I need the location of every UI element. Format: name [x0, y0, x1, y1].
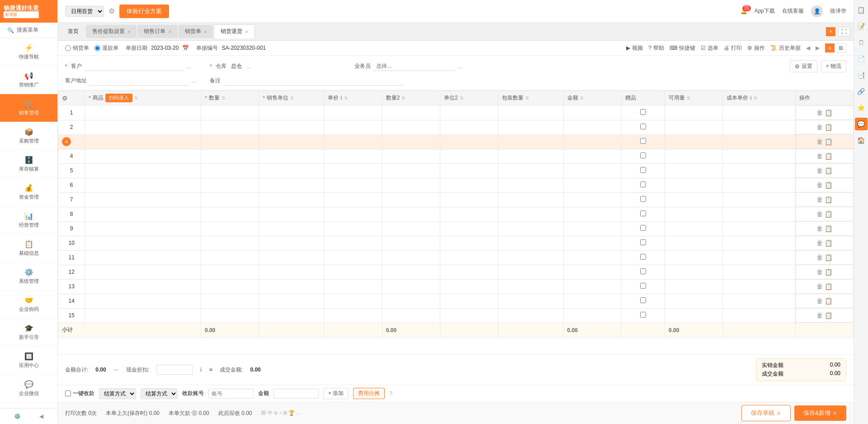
gift-cell[interactable] — [621, 236, 665, 250]
gift-cell[interactable] — [621, 120, 665, 134]
qty2-cell[interactable] — [382, 207, 440, 221]
gift-checkbox[interactable] — [640, 109, 646, 115]
sidebar-item-finance[interactable]: 💰 资金管理 — [0, 178, 57, 206]
delete-row-button[interactable]: 🗑 — [816, 166, 823, 176]
delete-row-button[interactable]: 🗑 — [816, 180, 823, 190]
sidebar-item-sales[interactable]: 🛒 销售管理 — [0, 94, 57, 122]
available-cell[interactable] — [665, 149, 723, 163]
qty-cell[interactable] — [201, 294, 259, 308]
available-cell[interactable] — [665, 279, 723, 294]
gift-checkbox[interactable] — [640, 124, 646, 129]
unit-cell[interactable] — [259, 149, 324, 163]
gift-cell[interactable] — [621, 279, 665, 294]
pkgqty-cell[interactable] — [498, 250, 563, 265]
gift-checkbox[interactable] — [640, 254, 646, 260]
sidebar-item-wechat[interactable]: 💬 企业微信 — [0, 375, 57, 403]
amount-cell[interactable] — [563, 308, 621, 323]
save-new-button[interactable]: 保存&新增 ∧ — [794, 405, 846, 421]
logistics-button[interactable]: + 物流 — [821, 60, 846, 72]
qty2-cell[interactable] — [382, 178, 440, 192]
sort-icon[interactable]: ⇅ — [344, 95, 348, 100]
cost-cell[interactable] — [723, 120, 795, 134]
sidebar-item-marketing[interactable]: 📢 营销推广 — [0, 66, 57, 94]
cost-cell[interactable] — [723, 163, 795, 178]
price-cell[interactable] — [324, 221, 382, 236]
copy-row-button[interactable]: 📋 — [825, 252, 832, 262]
copy-row-button[interactable]: 📋 — [825, 296, 832, 306]
qty2-cell[interactable] — [382, 221, 440, 236]
amount-cell[interactable] — [563, 134, 621, 149]
gift-cell[interactable] — [621, 221, 665, 236]
unit-cell[interactable] — [259, 178, 324, 192]
cost-cell[interactable] — [723, 279, 795, 294]
close-icon[interactable]: × — [204, 29, 207, 34]
close-tab-button[interactable]: × — [826, 27, 835, 36]
close-icon[interactable]: × — [127, 29, 130, 34]
gift-cell[interactable] — [621, 207, 665, 221]
rs-icon-6[interactable]: 🔗 — [855, 85, 868, 98]
experience-button[interactable]: 体验行业方案 — [119, 5, 169, 18]
radio-return-input[interactable] — [94, 45, 100, 51]
pkgqty-cell[interactable] — [498, 294, 563, 308]
delete-row-button[interactable]: 🗑 — [816, 151, 823, 161]
delete-row-button[interactable]: 🗑 — [816, 238, 823, 248]
goods-cell[interactable] — [85, 265, 201, 279]
online-service-link[interactable]: 在线客服 — [782, 7, 804, 15]
customer-dots[interactable]: ... — [187, 63, 191, 70]
app-download-link[interactable]: App下载 — [755, 7, 775, 15]
delete-row-button[interactable]: 🗑 — [816, 252, 823, 262]
customer-input[interactable] — [85, 62, 184, 71]
toolbar-shortcut[interactable]: ⌨ 快捷键 — [670, 44, 695, 52]
rs-icon-9[interactable]: 🏠 — [855, 134, 868, 147]
rs-icon-7[interactable]: ⭐ — [855, 101, 868, 114]
toolbar-history[interactable]: 📜 历史单据 — [770, 44, 801, 52]
sort-icon[interactable]: ⇅ — [222, 95, 225, 100]
address-dots[interactable]: ... — [192, 78, 196, 84]
discount-input[interactable] — [156, 365, 193, 375]
amount-cell[interactable] — [563, 265, 621, 279]
sort-icon[interactable]: ⇅ — [401, 95, 405, 100]
qty2-cell[interactable] — [382, 105, 440, 120]
add-row-button[interactable]: + — [62, 137, 71, 146]
onepay-input[interactable] — [65, 391, 71, 396]
cost-cell[interactable] — [723, 134, 795, 149]
toolbar-print[interactable]: 🖨 打印 — [724, 44, 742, 52]
gift-cell[interactable] — [621, 250, 665, 265]
unit-cell[interactable] — [259, 192, 324, 207]
copy-row-button[interactable]: 📋 — [825, 238, 832, 248]
gift-checkbox[interactable] — [640, 239, 646, 245]
goods-cell[interactable] — [85, 250, 201, 265]
gift-cell[interactable] — [621, 265, 665, 279]
list-view-button[interactable]: ≡ — [825, 43, 835, 52]
qty-cell[interactable] — [201, 192, 259, 207]
price-cell[interactable] — [324, 163, 382, 178]
unit2-cell[interactable] — [440, 192, 498, 207]
qty-cell[interactable] — [201, 178, 259, 192]
unit-cell[interactable] — [259, 134, 324, 149]
price-cell[interactable] — [324, 279, 382, 294]
sidebar-item-quicknav[interactable]: ⚡ 快捷导航 — [0, 38, 57, 66]
copy-row-button[interactable]: 📋 — [825, 195, 832, 205]
amount-cell[interactable] — [563, 207, 621, 221]
delete-row-button[interactable]: 🗑 — [816, 137, 823, 147]
settings-button[interactable]: ⚙ 设置 — [790, 60, 817, 72]
copy-row-button[interactable]: 📋 — [825, 310, 832, 320]
qty2-cell[interactable] — [382, 294, 440, 308]
scan-button[interactable]: 扫码录入 — [105, 94, 132, 102]
topbar-gear-button[interactable]: ⚙ — [108, 7, 115, 15]
price-cell[interactable] — [324, 178, 382, 192]
gift-checkbox[interactable] — [640, 181, 646, 187]
cost-cell[interactable] — [723, 250, 795, 265]
close-icon[interactable]: × — [245, 29, 248, 34]
toolbar-select[interactable]: ☑ 选单 — [701, 44, 718, 52]
unit2-cell[interactable] — [440, 163, 498, 178]
calc-select[interactable]: 结算方式 — [141, 388, 178, 399]
sidebar-item-member[interactable]: 👑 畅会员 — [0, 403, 57, 408]
available-cell[interactable] — [665, 105, 723, 120]
amount-cell[interactable] — [563, 105, 621, 120]
qty2-cell[interactable] — [382, 265, 440, 279]
delete-row-button[interactable]: 🗑 — [816, 224, 823, 233]
unit2-cell[interactable] — [440, 236, 498, 250]
goods-cell[interactable] — [85, 178, 201, 192]
goods-cell[interactable] — [85, 149, 201, 163]
